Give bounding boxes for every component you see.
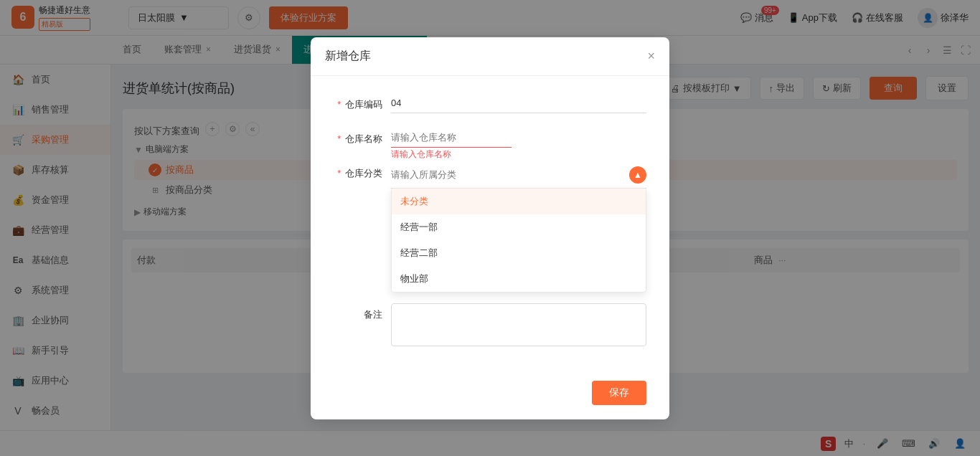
form-row-note: 备注: [334, 303, 646, 346]
modal-new-warehouse: 新增仓库 × * 仓库编码 * 仓库名称: [311, 37, 669, 419]
category-wrapper: ▲ 未分类 经营一部 经营二部 物业部: [391, 162, 646, 189]
required-star-code: *: [337, 99, 341, 110]
modal-title: 新增仓库: [325, 49, 371, 64]
modal-body: * 仓库编码 * 仓库名称 请输入仓库名称: [311, 76, 669, 372]
note-label: 备注: [334, 303, 391, 321]
dropdown-option-dept1[interactable]: 经营一部: [392, 214, 646, 240]
modal-overlay[interactable]: 新增仓库 × * 仓库编码 * 仓库名称: [0, 0, 980, 456]
dropdown-option-uncategorized[interactable]: 未分类: [392, 189, 646, 214]
category-input[interactable]: [391, 169, 629, 180]
name-error-msg: 请输入仓库名称: [391, 148, 451, 161]
category-dropdown-list: 未分类 经营一部 经营二部 物业部: [391, 188, 646, 293]
form-row-code: * 仓库编码: [334, 93, 646, 113]
dropdown-arrow-up-icon[interactable]: ▲: [629, 166, 646, 184]
dropdown-option-property[interactable]: 物业部: [392, 266, 646, 292]
name-label: * 仓库名称: [334, 128, 391, 146]
form-row-name: * 仓库名称 请输入仓库名称: [334, 128, 646, 148]
form-row-category: * 仓库分类 ▲ 未分类 经营一部: [334, 162, 646, 189]
code-input[interactable]: [391, 93, 646, 113]
name-wrapper: [391, 128, 646, 148]
note-textarea[interactable]: [391, 303, 646, 346]
name-input[interactable]: [391, 128, 512, 148]
category-dropdown-trigger[interactable]: ▲: [391, 162, 646, 189]
save-button[interactable]: 保存: [592, 381, 646, 405]
modal-close-button[interactable]: ×: [647, 49, 655, 62]
dropdown-option-dept2[interactable]: 经营二部: [392, 240, 646, 266]
category-label: * 仓库分类: [334, 162, 391, 180]
modal-footer: 保存: [311, 372, 669, 419]
required-star-category: *: [337, 168, 341, 179]
required-star-name: *: [337, 133, 341, 144]
modal-header: 新增仓库 ×: [311, 37, 669, 76]
code-label: * 仓库编码: [334, 93, 391, 111]
